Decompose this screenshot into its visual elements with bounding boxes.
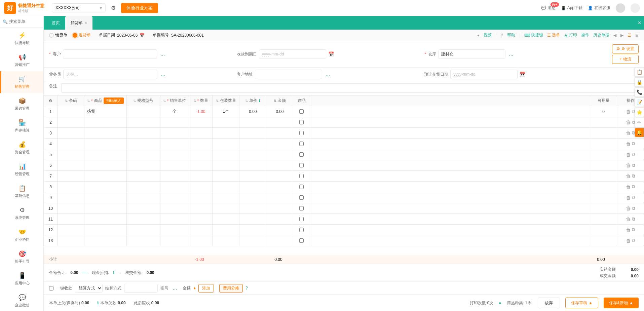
- cell-pkgqty[interactable]: [213, 235, 239, 246]
- cell-unit[interactable]: [160, 214, 189, 225]
- video-btn[interactable]: 视频: [484, 32, 492, 38]
- delete-icon[interactable]: 🗑: [626, 227, 631, 233]
- cell-amount[interactable]: [266, 171, 293, 182]
- cell-spec[interactable]: [126, 106, 160, 117]
- cell-pkgqty[interactable]: [213, 139, 239, 149]
- delete-icon[interactable]: 🗑: [626, 163, 631, 168]
- cell-price[interactable]: [239, 171, 266, 182]
- cell-amount[interactable]: [266, 128, 293, 139]
- shortcut-btn[interactable]: ⌨ 快捷键: [524, 32, 543, 38]
- quick-phone-icon[interactable]: 📞: [635, 87, 644, 97]
- cell-product[interactable]: [84, 149, 127, 160]
- delete-icon[interactable]: 🗑: [626, 130, 631, 136]
- cell-qty[interactable]: [189, 117, 213, 128]
- cell-gift[interactable]: [293, 139, 310, 149]
- cell-product[interactable]: [84, 203, 127, 214]
- copy-icon[interactable]: ⧉: [632, 152, 635, 157]
- cell-price[interactable]: [239, 235, 266, 246]
- sidebar-item-quick-nav[interactable]: ⚡ 快捷导航: [0, 28, 43, 49]
- delete-icon[interactable]: 🗑: [626, 238, 631, 243]
- customer-input[interactable]: [63, 49, 157, 59]
- logistics-button[interactable]: + 物流: [612, 55, 639, 64]
- copy-icon[interactable]: ⧉: [632, 141, 635, 147]
- expected-date-input[interactable]: yyyy-mm-dd: [450, 70, 518, 79]
- trial-button[interactable]: 体验行业方案: [121, 3, 158, 13]
- cell-amount[interactable]: [266, 139, 293, 149]
- cell-barcode[interactable]: [58, 149, 84, 160]
- cell-spec[interactable]: [126, 192, 160, 203]
- delete-icon[interactable]: 🗑: [626, 217, 631, 222]
- add-payment-button[interactable]: 添加: [198, 284, 214, 293]
- sidebar-item-purchase[interactable]: 📦 采购管理: [0, 93, 43, 115]
- cell-price[interactable]: [239, 149, 266, 160]
- help-btn[interactable]: 帮助: [507, 32, 515, 38]
- one-click-checkbox[interactable]: [49, 286, 53, 290]
- copy-icon[interactable]: ⧉: [632, 184, 635, 190]
- close-window-icon[interactable]: ×: [638, 20, 641, 27]
- cell-unit[interactable]: [160, 182, 189, 192]
- sidebar-item-marketing[interactable]: 📢 营销推广: [0, 49, 43, 71]
- cell-barcode[interactable]: [58, 160, 84, 171]
- cell-unit[interactable]: [160, 128, 189, 139]
- add-amount-icon[interactable]: ●: [193, 286, 196, 290]
- cell-amount[interactable]: [266, 160, 293, 171]
- cell-barcode[interactable]: [58, 203, 84, 214]
- tab-sales-order[interactable]: 销货单 ×: [65, 16, 92, 30]
- cell-gift[interactable]: [293, 160, 310, 171]
- cell-spec[interactable]: [126, 128, 160, 139]
- settings-icon[interactable]: ⚙: [108, 3, 118, 13]
- cell-spec[interactable]: [126, 117, 160, 128]
- calendar-icon[interactable]: 📅: [140, 33, 145, 38]
- cell-pkgqty[interactable]: [213, 182, 239, 192]
- cell-pkgqty[interactable]: 1个: [213, 106, 239, 117]
- cell-product[interactable]: [84, 160, 127, 171]
- cell-gift[interactable]: [293, 106, 310, 117]
- payment-method-select[interactable]: 结算方式: [75, 284, 103, 293]
- message-btn[interactable]: 💬 消息 99+: [541, 5, 556, 11]
- gift-checkbox[interactable]: [299, 131, 304, 135]
- notes-input[interactable]: [61, 83, 639, 93]
- cell-amount[interactable]: [266, 235, 293, 246]
- tab-close-icon[interactable]: ×: [85, 21, 87, 25]
- gift-checkbox[interactable]: [299, 195, 304, 200]
- cell-pkgqty[interactable]: [213, 203, 239, 214]
- app-download-btn[interactable]: 📱 App下载: [561, 5, 582, 11]
- cell-amount[interactable]: [266, 214, 293, 225]
- cell-barcode[interactable]: [58, 139, 84, 149]
- delete-icon[interactable]: 🗑: [626, 152, 631, 157]
- cell-qty[interactable]: [189, 171, 213, 182]
- gift-checkbox[interactable]: [299, 228, 304, 232]
- due-date-calendar-icon[interactable]: 📅: [328, 51, 334, 57]
- cell-amount[interactable]: [266, 192, 293, 203]
- save-draft-button[interactable]: 保存草稿 ▲: [565, 298, 598, 308]
- copy-icon[interactable]: ⧉: [632, 195, 635, 200]
- sidebar-item-enterprise[interactable]: 🤝 企业协同: [0, 224, 43, 246]
- cell-spec[interactable]: [126, 214, 160, 225]
- cell-qty[interactable]: [189, 192, 213, 203]
- cell-gift[interactable]: [293, 192, 310, 203]
- account-input[interactable]: [124, 284, 158, 293]
- cell-spec[interactable]: [126, 139, 160, 149]
- salesperson-input[interactable]: 选择...: [63, 70, 157, 79]
- cell-pkgqty[interactable]: [213, 117, 239, 128]
- sidebar-item-inventory[interactable]: 🏪 库存核算: [0, 115, 43, 137]
- save-new-button[interactable]: 保存&新增 ▲: [604, 298, 639, 308]
- gift-checkbox[interactable]: [299, 152, 304, 157]
- due-date-input[interactable]: yyyy-mm-dd: [259, 49, 326, 59]
- info-circle-icon[interactable]: ℹ: [113, 270, 115, 275]
- this-order-short-icon[interactable]: ℹ: [97, 301, 99, 305]
- cell-price[interactable]: [239, 192, 266, 203]
- cell-spec[interactable]: [126, 203, 160, 214]
- cell-price[interactable]: [239, 203, 266, 214]
- cell-qty[interactable]: [189, 203, 213, 214]
- cell-product[interactable]: [84, 117, 127, 128]
- search-menu[interactable]: 🔍 搜索菜单: [0, 16, 43, 28]
- cell-unit[interactable]: [160, 192, 189, 203]
- gift-checkbox[interactable]: [299, 185, 304, 189]
- list-view-icon[interactable]: ☰: [628, 33, 631, 38]
- cell-amount[interactable]: [266, 203, 293, 214]
- cell-gift[interactable]: [293, 171, 310, 182]
- sidebar-item-system[interactable]: ⚙ 系统管理: [0, 202, 43, 224]
- cell-pkgqty[interactable]: [213, 128, 239, 139]
- warehouse-ellipsis-icon[interactable]: …: [509, 51, 514, 57]
